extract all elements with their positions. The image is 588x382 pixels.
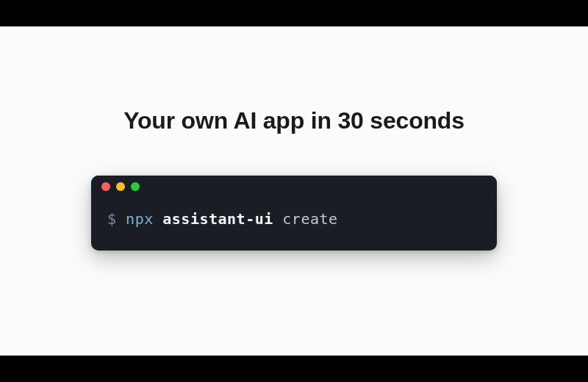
package-name: assistant-ui (162, 210, 273, 228)
terminal-body: $ npx assistant-ui create (91, 198, 497, 251)
maximize-icon[interactable] (131, 182, 140, 191)
terminal-titlebar (91, 176, 497, 198)
minimize-icon[interactable] (116, 182, 125, 191)
headline: Your own AI app in 30 seconds (123, 107, 465, 134)
slide-stage: Your own AI app in 30 seconds $ npx assi… (0, 26, 588, 356)
letterbox-top (0, 0, 588, 26)
letterbox-bottom (0, 356, 588, 382)
terminal-window: $ npx assistant-ui create (91, 176, 497, 251)
close-icon[interactable] (101, 182, 110, 191)
shell-prompt: $ (107, 210, 117, 228)
subcommand: create (282, 210, 337, 228)
command-runner: npx (126, 210, 154, 228)
